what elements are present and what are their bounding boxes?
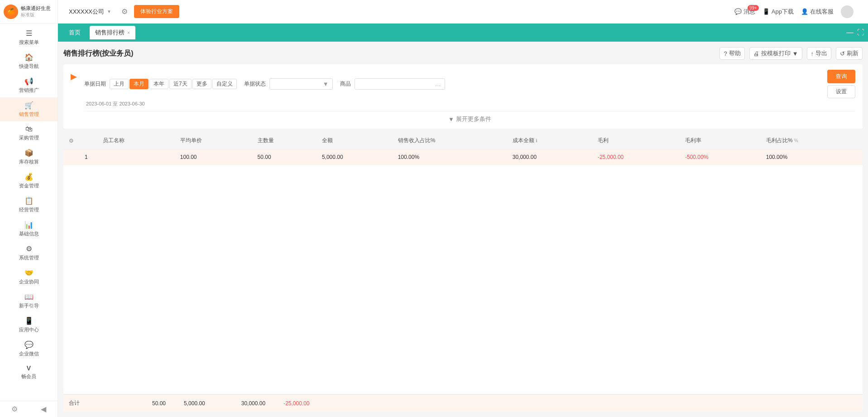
sidebar-item-purchase[interactable]: 🛍 采购管理 [0,121,58,145]
sidebar-item-basic[interactable]: 📊 基础信息 [0,217,58,241]
row-quantity: 50.00 [252,149,317,165]
purchase-icon: 🛍 [25,125,33,133]
filter-expand-icon[interactable]: ▶ [71,72,77,81]
online-service-button[interactable]: 👤 在线客服 [801,8,834,16]
message-badge: 99+ [748,5,759,11]
th-settings[interactable]: ⚙ [63,132,79,149]
status-filter-label: 单据状态 [244,80,266,88]
filter-panel: ▶ 单据日期 上月 本月 本年 近7天 更多 [63,64,863,129]
sidebar-item-appstore[interactable]: 📱 应用中心 [0,313,58,337]
guide-icon: 📖 [24,292,34,301]
footer-cost: 30,000.00 [241,400,265,407]
th-cost: 成本全额 ℹ [507,132,592,149]
tabbar: 首页 销售排行榜 × — ⛶ [58,24,868,42]
sidebar-item-wechat[interactable]: 💬 企业微信 [0,337,58,361]
table-header: ⚙ 员工名称 平均单价 主数量 全额 销售收入占比% 成本全额 ℹ 毛利 毛利率… [63,132,863,149]
avatar[interactable] [841,5,854,18]
expand-row: ▼ 展开更多条件 [84,111,855,123]
company-selector[interactable]: XXXXXX公司 ▼ [65,6,115,18]
profit-pct-info-icon[interactable]: % [794,138,798,143]
row-settings [63,149,79,165]
collab-icon: 🤝 [24,268,34,277]
this-month-btn[interactable]: 本月 [129,79,149,89]
sidebar-item-collab[interactable]: 🤝 企业协同 [0,265,58,289]
tab-expand-icon[interactable]: ⛶ [857,29,864,37]
sidebar: 🍊 畅康通好生意 标准版 ☰ 搜索菜单 🏠 快捷导航 📢 营销推广 🛒 销售管理… [0,0,58,417]
table-body: 1 100.00 50.00 5,000.00 100.00% 30,000.0… [63,149,863,165]
sidebar-bottom: ⚙ ◀ [0,401,58,417]
th-quantity: 主数量 [252,132,317,149]
sidebar-item-business[interactable]: 📋 经营管理 [0,193,58,217]
sidebar-item-system[interactable]: ⚙ 系统管理 [0,241,58,265]
inventory-icon: 📦 [24,149,34,157]
last7-btn[interactable]: 近7天 [169,79,192,89]
th-profit: 毛利 [592,132,680,149]
filter-row-1: 单据日期 上月 本月 本年 近7天 更多 自定义 [84,70,855,98]
tab-minimize-icon[interactable]: — [846,29,854,37]
app-download-button[interactable]: 📱 App下载 [762,8,794,16]
status-select[interactable]: ▼ [269,78,333,90]
th-employee: 员工名称 [97,132,175,149]
tab-close-icon[interactable]: × [127,30,130,35]
table-wrapper: ⚙ 员工名称 平均单价 主数量 全额 销售收入占比% 成本全额 ℹ 毛利 毛利率… [63,132,863,394]
print-button[interactable]: 🖨 按模板打印 ▼ [749,47,802,60]
row-sales-pct: 100.00% [393,149,507,165]
print-dropdown-icon: ▼ [792,50,798,57]
more-btn[interactable]: 更多 [192,79,211,89]
logo-line2: 标准版 [21,12,51,18]
logo-line1: 畅康通好生意 [21,5,51,12]
business-icon: 📋 [24,197,34,205]
sidebar-item-sales[interactable]: 🛒 销售管理 [0,97,58,121]
row-profit-pct: 100.00% [761,149,863,165]
table-row: 1 100.00 50.00 5,000.00 100.00% 30,000.0… [63,149,863,165]
sidebar-settings-icon[interactable]: ⚙ [11,405,18,413]
member-icon: V [27,364,31,372]
sidebar-item-quick-nav[interactable]: 🏠 快捷导航 [0,49,58,73]
trial-button[interactable]: 体验行业方案 [134,5,179,18]
page-header: 销售排行榜(按业务员) ? 帮助 🖨 按模板打印 ▼ ↑ 导出 ↺ 刷新 [63,47,863,60]
company-settings-icon[interactable]: ⚙ [121,7,128,16]
sidebar-item-member[interactable]: V 畅会员 [0,361,58,383]
sidebar-item-marketing[interactable]: 📢 营销推广 [0,73,58,97]
export-button[interactable]: ↑ 导出 [807,47,832,60]
th-profit-rate: 毛利率 [680,132,761,149]
help-button[interactable]: ? 帮助 [719,47,744,60]
sidebar-item-search-order[interactable]: ☰ 搜索菜单 [0,25,58,49]
goods-more-icon[interactable]: … [435,81,441,87]
main-area: XXXXXX公司 ▼ ⚙ 体验行业方案 💬 消息 99+ 📱 App下载 👤 在… [58,0,868,417]
sidebar-item-guide[interactable]: 📖 新手引导 [0,289,58,313]
prev-month-btn[interactable]: 上月 [110,79,129,89]
date-range-display: 2023-06-01 至 2023-06-30 [86,101,145,106]
cost-info-icon[interactable]: ℹ [536,138,537,143]
settings-button[interactable]: 设置 [827,85,855,98]
footer-amount: 5,000.00 [184,400,205,407]
refresh-button[interactable]: ↺ 刷新 [836,47,863,60]
date-filter-label: 单据日期 [84,80,106,88]
this-year-btn[interactable]: 本年 [149,79,168,89]
th-avg-price: 平均单价 [175,132,252,149]
sidebar-nav: ☰ 搜索菜单 🏠 快捷导航 📢 营销推广 🛒 销售管理 🛍 采购管理 📦 库存核… [0,24,58,401]
sidebar-collapse-icon[interactable]: ◀ [41,405,46,413]
sidebar-item-finance[interactable]: 💰 资金管理 [0,169,58,193]
goods-input[interactable]: … [355,78,445,90]
sidebar-item-inventory[interactable]: 📦 库存核算 [0,145,58,169]
expand-conditions-label: 展开更多条件 [456,115,491,123]
topbar: XXXXXX公司 ▼ ⚙ 体验行业方案 💬 消息 99+ 📱 App下载 👤 在… [58,0,868,24]
th-rank [79,132,97,149]
expand-conditions-btn[interactable]: ▼ 展开更多条件 [448,115,491,123]
print-icon: 🖨 [753,50,759,57]
footer-profit: -25,000.00 [283,400,309,407]
date-buttons: 上月 本月 本年 近7天 更多 自定义 [110,79,237,89]
row-rank: 1 [79,149,97,165]
tab-sales-ranking[interactable]: 销售排行榜 × [90,26,135,39]
message-icon: 💬 [734,8,742,15]
content: 销售排行榜(按业务员) ? 帮助 🖨 按模板打印 ▼ ↑ 导出 ↺ 刷新 [58,42,868,417]
row-profit-rate: -500.00% [680,149,761,165]
custom-btn[interactable]: 自定义 [212,79,237,89]
message-button[interactable]: 💬 消息 99+ [734,8,755,16]
tab-actions: — ⛶ [846,29,864,37]
goods-filter-group: 商品 … [340,78,445,90]
tab-home[interactable]: 首页 [62,24,88,42]
appstore-icon: 📱 [24,316,34,325]
query-button[interactable]: 查询 [827,70,855,83]
